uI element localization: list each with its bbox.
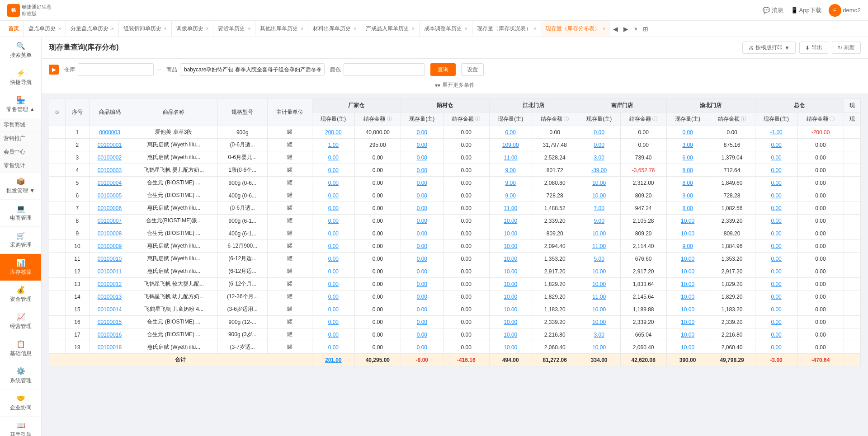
cell-f-qty[interactable]: 0.00: [312, 253, 354, 265]
cell-f-qty[interactable]: 0.00: [312, 177, 354, 189]
cell-na-qty[interactable]: 0.00: [578, 126, 620, 139]
cell-na-qty[interactable]: 5.00: [578, 253, 620, 265]
cell-f-qty[interactable]: 0.00: [312, 202, 354, 215]
close-tab-split-stock[interactable]: ×: [111, 26, 114, 31]
tab-more-btn[interactable]: ⊞: [640, 21, 651, 37]
cell-yb-qty[interactable]: 10.00: [666, 303, 709, 316]
cell-yb-qty[interactable]: 10.00: [666, 291, 709, 303]
summary-nanan-qty[interactable]: 334.00: [578, 354, 620, 366]
cell-t-qty[interactable]: 0.00: [755, 316, 797, 328]
close-tab-cost-adjust[interactable]: ×: [465, 26, 467, 31]
cell-t-qty[interactable]: 0.00: [755, 303, 797, 316]
cell-code[interactable]: 00100014: [89, 303, 130, 316]
cell-f-qty[interactable]: 0.00: [312, 291, 354, 303]
cell-yb-qty[interactable]: 10.00: [666, 215, 709, 227]
cell-m-qty[interactable]: 0.00: [401, 177, 443, 189]
cell-na-qty[interactable]: 10.00: [578, 227, 620, 240]
btn-refresh[interactable]: ↻ 刷新: [832, 42, 861, 54]
cell-t-qty[interactable]: 0.00: [755, 202, 797, 215]
tab-transfer[interactable]: 调拨单历史 ×: [172, 21, 214, 37]
tab-order[interactable]: 要货单历史 ×: [213, 21, 255, 37]
cell-t-qty[interactable]: -1.00: [755, 126, 797, 139]
cell-yb-qty[interactable]: 9.00: [666, 189, 709, 202]
tab-current-stock-dist[interactable]: 现存量（库存分布表） ×: [541, 21, 610, 37]
cell-m-qty[interactable]: 0.00: [401, 227, 443, 240]
cell-jb-qty[interactable]: 10.00: [489, 291, 532, 303]
close-tab-material-out[interactable]: ×: [354, 26, 356, 31]
tab-group-dismantle[interactable]: 组装拆卸单历史 ×: [119, 21, 172, 37]
cell-t-qty[interactable]: 0.00: [755, 189, 797, 202]
cell-yb-qty[interactable]: 8.00: [666, 177, 709, 189]
tab-product-in[interactable]: 产成品入库单历史 ×: [361, 21, 420, 37]
cell-t-qty[interactable]: 0.00: [755, 291, 797, 303]
cell-yb-qty[interactable]: 10.00: [666, 265, 709, 278]
summary-yubei-qty[interactable]: 390.00: [666, 354, 709, 366]
cell-jb-qty[interactable]: 9.00: [489, 177, 532, 189]
cell-f-qty[interactable]: 0.00: [312, 227, 354, 240]
cell-jb-qty[interactable]: 9.00: [489, 189, 532, 202]
sidebar-item-wholesale[interactable]: 📦 批发管理 ▼: [0, 173, 41, 200]
btn-query[interactable]: 查询: [430, 63, 456, 76]
cell-jb-qty[interactable]: 9.00: [489, 164, 532, 177]
cell-f-qty[interactable]: 0.00: [312, 265, 354, 278]
sidebar-item-finance[interactable]: 💰 资金管理: [0, 281, 41, 308]
cell-jb-qty[interactable]: 11.00: [489, 202, 532, 215]
cell-f-qty[interactable]: 0.00: [312, 278, 354, 291]
sidebar-item-operations[interactable]: 📈 经营管理: [0, 308, 41, 335]
cell-code[interactable]: 00100016: [89, 328, 130, 341]
filter-toggle-btn[interactable]: ▶: [49, 65, 59, 75]
cell-jb-qty[interactable]: 10.00: [489, 341, 532, 354]
cell-jb-qty[interactable]: 10.00: [489, 215, 532, 227]
cell-m-qty[interactable]: 0.00: [401, 164, 443, 177]
th-settings[interactable]: ⚙: [49, 99, 66, 126]
sidebar-sub-retail-stats[interactable]: 零售统计: [0, 159, 41, 173]
cell-t-qty[interactable]: 0.00: [755, 139, 797, 151]
cell-m-qty[interactable]: 0.00: [401, 240, 443, 253]
cell-t-qty[interactable]: 0.00: [755, 227, 797, 240]
cell-yb-qty[interactable]: 10.00: [666, 328, 709, 341]
cell-t-qty[interactable]: 0.00: [755, 328, 797, 341]
cell-code[interactable]: 00100004: [89, 177, 130, 189]
cell-f-qty[interactable]: 1.00: [312, 139, 354, 151]
summary-total-qty[interactable]: -3.00: [755, 354, 797, 366]
sidebar-item-search[interactable]: 🔍 搜索英单: [0, 37, 41, 64]
cell-m-qty[interactable]: 0.00: [401, 265, 443, 278]
cell-t-qty[interactable]: 0.00: [755, 151, 797, 164]
close-tab-stock-single[interactable]: ×: [58, 26, 61, 31]
cell-yb-qty[interactable]: 10.00: [666, 227, 709, 240]
btn-setting[interactable]: 设置: [461, 63, 484, 76]
cell-yb-qty[interactable]: 0.00: [666, 126, 709, 139]
cell-code[interactable]: 00100012: [89, 278, 130, 291]
cell-jb-qty[interactable]: 0.00: [489, 126, 532, 139]
cell-t-qty[interactable]: 0.00: [755, 253, 797, 265]
cell-m-qty[interactable]: 0.00: [401, 215, 443, 227]
cell-code[interactable]: 00100010: [89, 253, 130, 265]
cell-yb-qty[interactable]: 10.00: [666, 253, 709, 265]
sidebar-item-purchase[interactable]: 🛒 采购管理: [0, 227, 41, 254]
cell-na-qty[interactable]: 10.00: [578, 265, 620, 278]
close-tab-transfer[interactable]: ×: [206, 26, 209, 31]
cell-jb-qty[interactable]: 10.00: [489, 303, 532, 316]
summary-mocun-qty[interactable]: -8.00: [401, 354, 443, 366]
warehouse-input[interactable]: [78, 63, 154, 76]
cell-na-qty[interactable]: 11.00: [578, 240, 620, 253]
close-tab-order[interactable]: ×: [248, 26, 250, 31]
cell-code[interactable]: 00100015: [89, 316, 130, 328]
sidebar-item-system[interactable]: ⚙️ 系统管理: [0, 362, 41, 389]
tab-material-out[interactable]: 材料出库单历史 ×: [308, 21, 361, 37]
cell-jb-qty[interactable]: 11.00: [489, 151, 532, 164]
tab-next-btn[interactable]: ▶: [621, 21, 631, 37]
sidebar-sub-retail-store[interactable]: 零售商城: [0, 118, 41, 132]
cell-jb-qty[interactable]: 10.00: [489, 328, 532, 341]
cell-code[interactable]: 00100003: [89, 164, 130, 177]
cell-code[interactable]: 00100013: [89, 291, 130, 303]
expand-conditions-btn[interactable]: ▾▾ 展开更多条件: [435, 81, 475, 89]
btn-print[interactable]: 🖨 按模版打印 ▼: [742, 42, 796, 54]
cell-t-qty[interactable]: 0.00: [755, 265, 797, 278]
cell-m-qty[interactable]: 0.00: [401, 328, 443, 341]
cell-m-qty[interactable]: 0.00: [401, 303, 443, 316]
summary-factory-qty[interactable]: 201.00: [312, 354, 354, 366]
sidebar-item-shortcut[interactable]: ⚡ 快捷导航: [0, 64, 41, 91]
cell-jb-qty[interactable]: 10.00: [489, 253, 532, 265]
cell-code[interactable]: 0000003: [89, 126, 130, 139]
